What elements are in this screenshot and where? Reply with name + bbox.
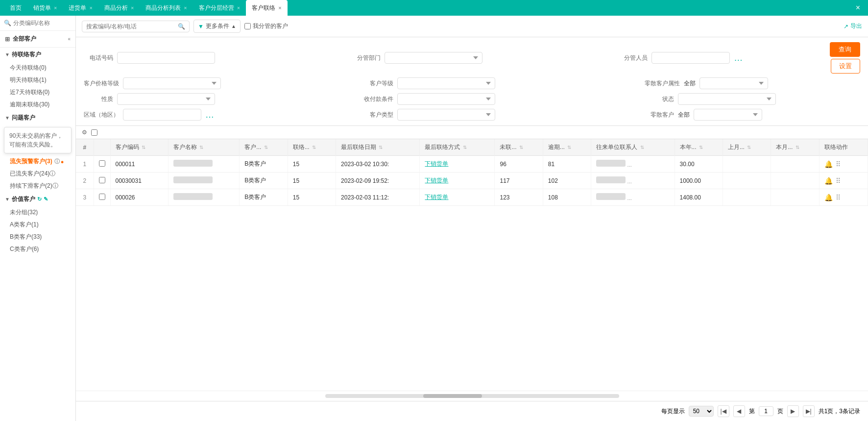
sidebar-item-churn-warning[interactable]: 流失预警客户(3) ⓘ ●: [0, 155, 75, 168]
tab-customer-tier[interactable]: 客户分层经营 ×: [193, 0, 246, 16]
scroll-thumb[interactable]: [423, 394, 482, 398]
filter-price-level-select[interactable]: [123, 77, 221, 89]
sidebar-item-tomorrow[interactable]: 明天待联络(1): [0, 74, 75, 86]
sidebar-item-unclassified[interactable]: 未分组(32): [0, 206, 75, 219]
sidebar-item-overdue[interactable]: 逾期未联络(30): [0, 99, 75, 111]
sort-unit-icon[interactable]: ⇅: [640, 145, 644, 150]
col-overdue[interactable]: 逾期... ⇅: [543, 139, 591, 156]
query-btn[interactable]: 查询: [830, 42, 860, 57]
last-page-btn[interactable]: ▶|: [803, 405, 815, 417]
sidebar-item-churned[interactable]: 已流失客户(24) ⓘ: [0, 168, 75, 180]
sort-code-icon[interactable]: ⇅: [142, 145, 145, 150]
sort-last-date-icon[interactable]: ⇅: [379, 145, 383, 150]
sort-name-icon[interactable]: ⇅: [199, 145, 203, 150]
sort-type-icon[interactable]: ⇅: [264, 145, 268, 150]
sidebar-search-input[interactable]: [13, 20, 72, 26]
close-analysis-tab[interactable]: ×: [131, 5, 134, 11]
export-btn[interactable]: ↗ 导出: [844, 22, 862, 30]
filter-manager-input[interactable]: [651, 52, 730, 64]
cell-checkbox[interactable]: [94, 156, 110, 173]
window-close-btn[interactable]: ×: [852, 3, 864, 12]
cell-last-method[interactable]: 下销货单: [420, 189, 495, 206]
action-contact-icon[interactable]: 🔔: [824, 160, 833, 168]
my-customers-checkbox[interactable]: [244, 23, 251, 29]
filter-retail-customer-select[interactable]: [694, 109, 762, 121]
horizontal-scrollbar[interactable]: [76, 391, 868, 401]
action-more-icon[interactable]: ⠿: [836, 194, 841, 201]
sort-last-month-icon[interactable]: ⇅: [747, 145, 751, 150]
col-this-year[interactable]: 本年... ⇅: [675, 139, 723, 156]
collapse-sidebar-icon[interactable]: «: [68, 36, 71, 42]
sort-contacts-icon[interactable]: ⇅: [312, 145, 316, 150]
close-customer-contact-tab[interactable]: ×: [278, 5, 281, 11]
refresh-icon[interactable]: ↻: [37, 196, 42, 202]
close-sales-tab[interactable]: ×: [54, 5, 57, 11]
sort-this-month-icon[interactable]: ⇅: [796, 145, 799, 150]
more-conditions-btn[interactable]: ▼ 更多条件 ▲: [193, 20, 241, 33]
filter-region-input[interactable]: [123, 109, 201, 121]
settings-btn[interactable]: 设置: [831, 59, 860, 74]
filter-customer-type-select[interactable]: [397, 109, 495, 121]
sidebar-all-customers[interactable]: ⊞ 全部客户 «: [0, 31, 75, 48]
filter-manager-more-btn[interactable]: …: [730, 53, 747, 62]
next-page-btn[interactable]: ▶: [787, 405, 799, 417]
sort-this-year-icon[interactable]: ⇅: [699, 145, 703, 150]
col-last-month[interactable]: 上月... ⇅: [723, 139, 771, 156]
sidebar-section-problem[interactable]: ▼ 问题客户: [0, 111, 75, 125]
col-unit-contact[interactable]: 往来单位联系人 ⇅: [591, 139, 675, 156]
col-type[interactable]: 客户... ⇅: [240, 139, 288, 156]
filter-dept-select[interactable]: [385, 52, 482, 64]
tab-customer-contact[interactable]: 客户联络 ×: [246, 0, 287, 16]
cell-last-method[interactable]: 下销货单: [420, 173, 495, 189]
close-customer-tier-tab[interactable]: ×: [237, 5, 240, 11]
action-more-icon[interactable]: ⠿: [836, 160, 841, 168]
select-all-checkbox[interactable]: [91, 129, 97, 136]
col-no-contact[interactable]: 未联... ⇅: [495, 139, 543, 156]
filter-phone-input[interactable]: [117, 52, 215, 64]
close-analysis-list-tab[interactable]: ×: [184, 5, 187, 11]
col-this-month[interactable]: 本月... ⇅: [771, 139, 819, 156]
action-contact-icon[interactable]: 🔔: [824, 177, 833, 185]
tab-analysis[interactable]: 商品分析 ×: [98, 0, 140, 16]
sort-no-contact-icon[interactable]: ⇅: [519, 145, 523, 150]
action-contact-icon[interactable]: 🔔: [824, 194, 833, 201]
tab-analysis-list[interactable]: 商品分析列表 ×: [140, 0, 193, 16]
filter-customer-level-select[interactable]: [397, 77, 495, 89]
first-page-btn[interactable]: |◀: [718, 405, 729, 417]
cell-checkbox[interactable]: [94, 189, 110, 206]
sidebar-item-today[interactable]: 今天待联络(0): [0, 62, 75, 74]
table-settings-icon[interactable]: ⚙: [82, 129, 87, 136]
tab-home[interactable]: 首页: [4, 0, 27, 16]
col-name[interactable]: 客户名称 ⇅: [168, 139, 239, 156]
cell-last-method[interactable]: 下销货单: [420, 156, 495, 173]
my-customers-checkbox-label[interactable]: 我分管的客户: [244, 22, 288, 30]
per-page-select[interactable]: 50 20 100: [689, 406, 714, 417]
col-code[interactable]: 客户编码 ⇅: [110, 139, 168, 156]
help-icon-churned[interactable]: ⓘ: [49, 170, 55, 178]
filter-retail-attr-select[interactable]: [699, 77, 768, 89]
filter-gender-select[interactable]: [117, 93, 215, 105]
help-icon[interactable]: ⓘ: [54, 158, 60, 165]
prev-page-btn[interactable]: ◀: [733, 405, 745, 417]
close-purchase-tab[interactable]: ×: [89, 5, 92, 11]
action-more-icon[interactable]: ⠿: [836, 177, 841, 185]
filter-payment-select[interactable]: [397, 93, 495, 105]
sidebar-section-value[interactable]: ▼ 价值客户 ↻ ✎: [0, 192, 75, 206]
cell-checkbox[interactable]: [94, 173, 110, 189]
sidebar-item-c-class[interactable]: C类客户(6): [0, 243, 75, 255]
sidebar-item-b-class[interactable]: B类客户(33): [0, 231, 75, 243]
col-last-date[interactable]: 最后联络日期 ⇅: [336, 139, 420, 156]
sidebar-item-a-class[interactable]: A类客户(1): [0, 219, 75, 231]
sort-overdue-icon[interactable]: ⇅: [567, 145, 571, 150]
filter-region-more-btn[interactable]: …: [201, 110, 218, 119]
help-icon-declining[interactable]: ⓘ: [52, 182, 58, 190]
tab-purchase[interactable]: 进货单 ×: [63, 0, 98, 16]
main-search-input[interactable]: [86, 23, 176, 30]
sort-last-method-icon[interactable]: ⇅: [463, 145, 467, 150]
filter-status-select[interactable]: [678, 93, 776, 105]
edit-icon[interactable]: ✎: [44, 196, 48, 202]
col-last-method[interactable]: 最后联络方式 ⇅: [420, 139, 495, 156]
sidebar-item-declining[interactable]: 持续下滑客户(2) ⓘ: [0, 180, 75, 192]
tab-sales[interactable]: 销货单 ×: [27, 0, 63, 16]
col-contacts[interactable]: 联络... ⇅: [288, 139, 336, 156]
